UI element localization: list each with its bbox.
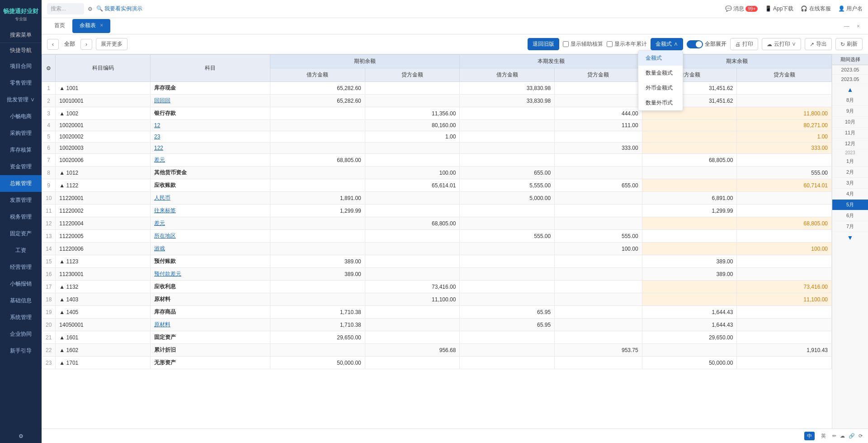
demo-link[interactable]: 🔍 我要看实例演示 <box>96 5 142 13</box>
sidebar-item-management[interactable]: 经营管理 <box>0 259 42 276</box>
sidebar-item-finance[interactable]: 资金管理 <box>0 158 42 175</box>
period-header: 期间选择 <box>832 54 868 65</box>
period-up-nav[interactable]: ▲ <box>832 84 868 95</box>
table-row: 18 ▲ 1403 原材料 11,100.00 11,100.00 <box>42 293 832 306</box>
name-link[interactable]: 所在地区 <box>154 233 176 239</box>
topbar-gear-icon[interactable]: ⚙ <box>88 6 93 12</box>
period-year-start[interactable]: 2023.05 <box>832 65 868 75</box>
period-month-10[interactable]: 10月 <box>832 117 868 128</box>
period-month-11[interactable]: 11月 <box>832 128 868 138</box>
export-button[interactable]: ↗ 导出 <box>805 38 832 50</box>
cell-cd: 65.95 <box>460 306 555 319</box>
menu-item-quantity-foreign[interactable]: 数量外币式 <box>638 95 683 110</box>
sidebar-item-basic[interactable]: 基础信息 <box>0 292 42 309</box>
sidebar-item-wholesale[interactable]: 批发管理 ∨ <box>0 91 42 108</box>
sidebar-item-payroll[interactable]: 工资 <box>0 242 42 259</box>
period-month-8[interactable]: 8月 <box>832 95 868 106</box>
name-link[interactable]: 游戏 <box>154 245 165 252</box>
show-yearly-checkbox[interactable]: 显示本年累计 <box>607 40 647 48</box>
status-edit-icon[interactable]: ✏ <box>832 433 836 439</box>
name-link[interactable]: 人民币 <box>154 195 170 201</box>
status-sync-icon[interactable]: ⟳ <box>859 433 863 439</box>
menu-item-amount[interactable]: 金额式 <box>638 51 683 66</box>
period-month-1[interactable]: 1月 <box>832 156 868 167</box>
statusbar-right: 中 英 ✏ ☁ 🔗 ⟳ <box>804 432 863 440</box>
cell-cd <box>460 143 555 154</box>
user-avatar[interactable]: 👤 用户名 <box>838 5 863 13</box>
sidebar-item-retail[interactable]: 零售管理 <box>0 75 42 91</box>
tab-balance[interactable]: 余额表 × <box>72 19 110 33</box>
period-month-7[interactable]: 7月 <box>832 221 868 232</box>
auxiliary-check[interactable] <box>563 41 569 47</box>
cloud-print-button[interactable]: ☁ 云打印 ∨ <box>762 38 801 50</box>
period-month-12[interactable]: 12月 <box>832 138 868 149</box>
period-month-5[interactable]: 5月 <box>832 200 868 210</box>
menu-item-foreign-amount[interactable]: 外币金额式 <box>638 81 683 95</box>
name-link[interactable]: 差元 <box>154 220 165 226</box>
period-down-nav[interactable]: ▼ <box>832 232 868 243</box>
amount-style-button[interactable]: 金额式 ∧ <box>651 38 683 50</box>
status-cloud-icon[interactable]: ☁ <box>840 433 845 439</box>
sidebar-item-purchase[interactable]: 采购管理 <box>0 125 42 142</box>
col-settings-icon[interactable]: ⚙ <box>42 55 56 82</box>
period-month-4[interactable]: 4月 <box>832 189 868 200</box>
nav-next-button[interactable]: › <box>80 39 92 50</box>
topbar-search-bar[interactable]: 搜索... <box>47 3 84 14</box>
print-button[interactable]: 🖨 打印 <box>730 38 758 50</box>
cell-cd: 33,830.98 <box>460 82 555 95</box>
cell-name: 往来标签 <box>151 205 270 217</box>
cell-row-num: 6 <box>42 143 56 154</box>
name-link[interactable]: 差元 <box>154 157 165 163</box>
sidebar-item-ledger[interactable]: 总账管理 <box>0 175 42 192</box>
sidebar-item-invoice[interactable]: 发票管理 <box>0 192 42 209</box>
sidebar-item-assets[interactable]: 固定资产 <box>0 225 42 242</box>
sidebar-item-expense[interactable]: 小畅报销 <box>0 276 42 292</box>
status-link-icon[interactable]: 🔗 <box>849 433 855 439</box>
name-link[interactable]: 23 <box>154 133 160 140</box>
service-link[interactable]: 🎧 在线客服 <box>801 5 830 13</box>
period-month-6[interactable]: 6月 <box>832 210 868 221</box>
name-link[interactable]: 回回回 <box>154 97 170 104</box>
window-close-icon[interactable]: × <box>854 22 863 30</box>
tab-home[interactable]: 首页 <box>47 19 72 33</box>
nav-prev-button[interactable]: ‹ <box>47 39 59 50</box>
period-month-2[interactable]: 2月 <box>832 167 868 178</box>
table-row: 19 ▲ 1405 库存商品 1,710.38 65.95 1,644.43 <box>42 306 832 319</box>
expand-more-button[interactable]: 展开更多 <box>96 38 127 50</box>
name-link[interactable]: 预付款差元 <box>154 271 181 277</box>
sidebar-search[interactable]: 搜索菜单 <box>0 28 42 43</box>
sidebar-item-guide[interactable]: 新手引导 <box>0 343 42 359</box>
sidebar-item-project[interactable]: 项目合同 <box>0 58 42 75</box>
status-lang-en[interactable]: 英 <box>818 432 829 440</box>
name-link[interactable]: 往来标签 <box>154 207 176 214</box>
period-month-3[interactable]: 3月 <box>832 178 868 189</box>
sidebar-quick-nav[interactable]: 快捷导航 <box>0 43 42 58</box>
sidebar-settings[interactable]: ⚙ <box>0 429 42 443</box>
sidebar-item-collab[interactable]: 企业协同 <box>0 326 42 343</box>
name-link[interactable]: 12 <box>154 122 160 129</box>
name-link[interactable]: 原材料 <box>154 321 170 328</box>
message-icon[interactable]: 💬 消息 99+ <box>725 5 758 13</box>
amount-style-dropdown[interactable]: 金额式 ∧ 金额式 数量金额式 外币金额式 数量外币式 <box>651 38 683 50</box>
yearly-check[interactable] <box>607 41 613 47</box>
sidebar-item-system[interactable]: 系统管理 <box>0 309 42 326</box>
sidebar-item-tax[interactable]: 税务管理 <box>0 209 42 225</box>
sidebar-item-inventory[interactable]: 库存核算 <box>0 142 42 158</box>
show-auxiliary-checkbox[interactable]: 显示辅助核算 <box>563 40 603 48</box>
period-month-9[interactable]: 9月 <box>832 106 868 117</box>
tab-close-icon[interactable]: × <box>100 22 103 29</box>
period-year-end[interactable]: 2023.05 <box>832 75 868 84</box>
status-lang-zh[interactable]: 中 <box>804 432 815 440</box>
cell-code: ▲ 1602 <box>56 344 151 357</box>
cell-pb-debit: 1,299.99 <box>270 205 365 217</box>
refresh-button[interactable]: ↻ 刷新 <box>835 38 863 50</box>
download-link[interactable]: 📱 App下载 <box>765 5 793 13</box>
name-link[interactable]: 122 <box>154 145 163 151</box>
return-old-button[interactable]: 退回旧版 <box>528 38 559 50</box>
menu-item-quantity-amount[interactable]: 数量金额式 <box>638 66 683 81</box>
window-minimize-icon[interactable]: — <box>841 22 852 30</box>
cell-pb-debit <box>270 107 365 120</box>
toggle-track[interactable] <box>687 40 703 48</box>
expand-all-toggle[interactable]: 全部展开 <box>687 40 726 48</box>
sidebar-item-ecommerce[interactable]: 小畅电商 <box>0 108 42 125</box>
